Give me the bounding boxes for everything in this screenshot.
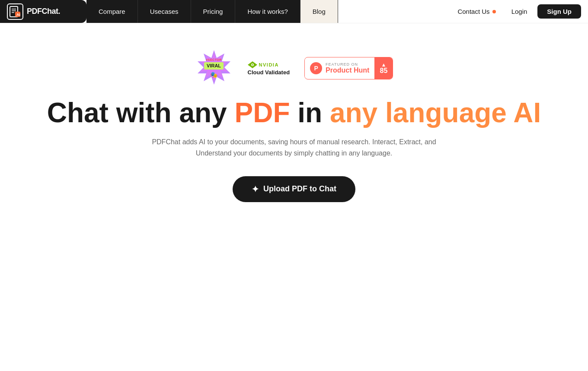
hero-subtext: PDFChat adds AI to your documents, savin…	[147, 136, 441, 159]
ph-text-column: FEATURED ON Product Hunt	[326, 62, 369, 74]
navbar: AI PDFChat. Compare Usecases Pricing How…	[0, 0, 588, 23]
nav-item-pricing[interactable]: Pricing	[191, 0, 236, 23]
signup-button[interactable]: Sign Up	[537, 4, 581, 19]
ph-name-label: Product Hunt	[326, 67, 369, 74]
logo[interactable]: AI PDFChat.	[0, 0, 86, 23]
ph-count-box: ▲ 85	[374, 57, 393, 79]
nav-item-how-it-works[interactable]: How it works?	[235, 0, 300, 23]
svg-point-9	[252, 64, 253, 65]
ph-logo-icon: P	[310, 62, 322, 74]
svg-text:AI: AI	[16, 13, 20, 17]
viral-label-text: VIRAL	[204, 62, 224, 70]
ph-badge-left: P FEATURED ON Product Hunt	[305, 59, 374, 78]
ph-count-value: 85	[380, 67, 388, 75]
cloud-validated-text: Cloud Validated	[248, 69, 290, 76]
upload-btn-label: Upload PDF to Chat	[263, 184, 336, 193]
nav-links: Compare Usecases Pricing How it works? B…	[86, 0, 338, 23]
login-button[interactable]: Login	[505, 8, 534, 15]
nvidia-logo: NVIDIA	[248, 61, 279, 68]
heading-lang: any language AI	[330, 97, 541, 128]
badges-row: #SECTOR VIRAL 🎭 NVIDIA Cloud Validated P	[195, 49, 393, 87]
nav-item-compare[interactable]: Compare	[86, 0, 138, 23]
heading-part1: Chat with any	[47, 97, 235, 128]
heading-pdf: PDF	[234, 97, 290, 128]
logo-icon: AI	[7, 3, 23, 20]
upload-pdf-button[interactable]: ✦ Upload PDF to Chat	[233, 176, 355, 202]
hero-heading: Chat with any PDF in any language AI	[47, 98, 541, 128]
viral-person-icon: 🎭	[210, 71, 217, 78]
contact-us-button[interactable]: Contact Us	[452, 8, 501, 15]
viral-badge: #SECTOR VIRAL 🎭	[195, 49, 233, 87]
nvidia-text: NVIDIA	[259, 62, 279, 67]
ph-featured-label: FEATURED ON	[326, 62, 369, 67]
logo-text: PDFChat.	[27, 7, 60, 16]
nav-item-blog[interactable]: Blog	[300, 0, 338, 23]
nvidia-eye-icon	[248, 61, 257, 68]
nav-right: Contact Us Login Sign Up	[452, 0, 588, 23]
viral-sector-text: #SECTOR	[206, 58, 221, 61]
heading-part2: in	[290, 97, 329, 128]
nvidia-badge: NVIDIA Cloud Validated	[242, 58, 296, 79]
contact-dot	[492, 10, 496, 13]
sparkle-icon: ✦	[252, 184, 259, 194]
product-hunt-badge[interactable]: P FEATURED ON Product Hunt ▲ 85	[304, 57, 393, 79]
hero-section: #SECTOR VIRAL 🎭 NVIDIA Cloud Validated P	[0, 23, 588, 237]
nav-item-usecases[interactable]: Usecases	[138, 0, 191, 23]
